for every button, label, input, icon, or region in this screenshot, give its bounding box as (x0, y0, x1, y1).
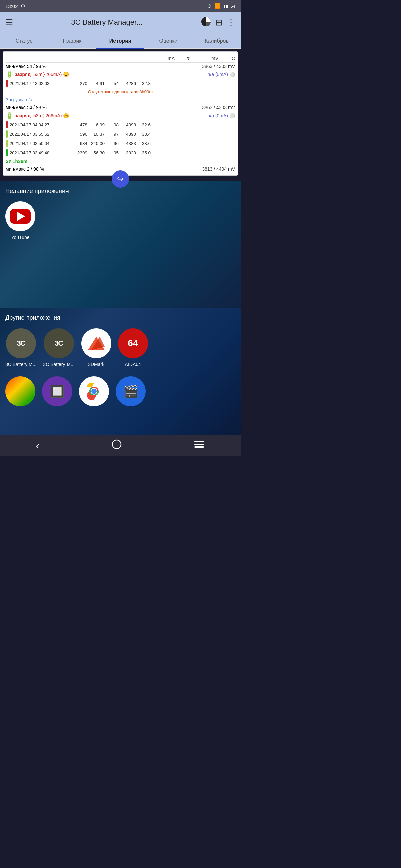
other-apps-section: Другие приложения 3C 3C Battery M... 3C … (0, 308, 240, 435)
ma-3: 596 (69, 131, 87, 136)
app-item-camera[interactable]: 🎬 (116, 376, 146, 410)
minmax-mv-1: 3863 / 4303 mV (202, 64, 235, 69)
tab-ratings[interactable]: Оценки (144, 34, 193, 48)
chip-icon: 🔲 (42, 376, 72, 406)
ma-2: 478 (69, 122, 87, 127)
header-mv: mV (192, 56, 218, 61)
soc-2: 98 (105, 122, 119, 127)
date-5: 2021/04/17 03:49:48 (10, 150, 68, 155)
minmax-label-1: мин/макс 54 / 98 % (6, 64, 47, 69)
minmax-row-2: мин/макс 54 / 98 % 3863 / 4303 mV (6, 104, 235, 111)
minmax-row-1: мин/макс 54 / 98 % 3863 / 4303 mV (6, 63, 235, 70)
circle-icon-1: ⚪ (229, 72, 235, 77)
tab-graph[interactable]: График (48, 34, 96, 48)
youtube-bg (10, 209, 31, 224)
grid-icon[interactable]: ⊞ (215, 18, 223, 28)
header-pct: % (175, 56, 192, 61)
other-apps-grid-2: 🔲 🎬 (5, 376, 235, 410)
app-title: 3C Battery Manager... (17, 18, 197, 27)
recent-apps-title: Недавние приложения (5, 188, 235, 195)
app-item-aida64[interactable]: 64 AIDA64 (118, 328, 148, 367)
svg-point-4 (112, 440, 121, 449)
other-apps-title: Другие приложения (5, 314, 235, 321)
data-row-2: 2021/04/17 04:04:27 478 6.99 98 4398 32.… (6, 120, 235, 129)
svg-rect-5 (195, 441, 204, 442)
app-item-youtube[interactable]: YouTube (5, 201, 35, 240)
back-button[interactable]: ‹ (28, 437, 48, 454)
date-1: 2021/04/17 13:02:03 (10, 81, 68, 86)
pct-2: 6.99 (88, 122, 105, 127)
exit-button[interactable]: ↪ (112, 170, 129, 188)
ma-4: 634 (69, 141, 87, 146)
home-button[interactable] (103, 436, 130, 455)
pct-1: -4.91 (88, 81, 105, 86)
battery-table: mA % mV °C мин/макс 54 / 98 % 3863 / 430… (3, 52, 238, 176)
date-2: 2021/04/17 04:04:27 (10, 122, 68, 127)
status-right: ⊘ 📶 ▮▮ 54 (207, 3, 235, 9)
tabs-bar: Статус График История Оценки Калибров (0, 33, 240, 49)
ma-5: 2399 (69, 150, 87, 155)
chrome-icon (79, 376, 109, 406)
app-item-chrome[interactable] (79, 376, 109, 410)
bar-3 (6, 130, 8, 137)
bar-4 (6, 140, 8, 147)
bar-2 (6, 121, 8, 128)
app-item-3c1[interactable]: 3C 3C Battery M... (5, 328, 36, 367)
app-item-3dmark[interactable]: 3DMark (81, 328, 111, 367)
discharge-label-1: разряд (15, 72, 31, 77)
temp-4: 33.6 (137, 141, 151, 146)
app-item-3c2[interactable]: 3C 3C Battery M... (43, 328, 74, 367)
minmax-mv-3: 3813 / 4404 mV (202, 166, 235, 172)
emoji-icon-1: 😊 (63, 72, 69, 77)
app-bar: ☰ 3C Battery Manager... ⊞ ⋮ (0, 12, 240, 33)
discharge-right-1: n/a (0mA) (207, 72, 228, 77)
signal-icon: ▮▮ (223, 4, 228, 9)
minmax-label-2: мин/макс 54 / 98 % (6, 105, 47, 110)
svg-point-3 (91, 389, 96, 394)
discharge-row-1: 🔋 разряд 53m(-266mA) 😊 n/a (0mA) ⚪ (6, 70, 235, 79)
battery-icon-2: 🔋 (6, 112, 13, 119)
tab-history[interactable]: История (96, 34, 144, 48)
table-header: mA % mV °C (6, 54, 235, 63)
more-options-icon[interactable]: ⋮ (227, 18, 235, 28)
other-apps-grid-1: 3C 3C Battery M... 3C 3C Battery M... 3D… (5, 328, 235, 367)
pct-3: 10.37 (88, 131, 105, 136)
date-4: 2021/04/17 03:50:04 (10, 141, 68, 146)
header-temp: °C (218, 56, 235, 61)
youtube-icon (5, 201, 35, 231)
exit-icon: ↪ (117, 174, 124, 184)
soc-1: 54 (105, 81, 119, 86)
status-left: 13:02 ⚙ (5, 3, 25, 9)
warning-text: Отсутствуют данные для 8h00m (6, 88, 235, 96)
3c-battery-icon-1: 3C (6, 328, 36, 358)
recents-button[interactable] (186, 437, 212, 454)
pct-5: 56.30 (88, 150, 105, 155)
app-item-beer[interactable] (5, 376, 35, 410)
header-ma: mA (148, 56, 175, 61)
pie-chart-icon[interactable] (200, 17, 211, 28)
camera-icon: 🎬 (116, 376, 146, 406)
time-display: 13:02 (5, 3, 18, 9)
nav-bar: ‹ (0, 435, 240, 456)
battery-discharge-icon: 🔋 (6, 71, 13, 78)
minmax-label-3: мин/макс 2 / 98 % (6, 166, 44, 172)
tab-status[interactable]: Статус (0, 34, 48, 48)
app-item-chip[interactable]: 🔲 (42, 376, 72, 410)
battery-display: 54 (231, 4, 235, 9)
temp-1: 32.3 (137, 81, 151, 86)
svg-rect-6 (195, 444, 204, 445)
mv-5: 3820 (119, 150, 136, 155)
tab-calibration[interactable]: Калибров (193, 34, 240, 48)
beer-icon (5, 376, 35, 406)
discharge-time-1: 53m(-266mA) (33, 72, 62, 77)
hamburger-menu-icon[interactable]: ☰ (5, 18, 13, 28)
charging-row: ЗУ 1h36m (6, 157, 235, 165)
emoji-icon-2: 😊 (63, 113, 69, 118)
mv-1: 4286 (119, 81, 136, 86)
discharge-label-2: разряд (15, 113, 31, 118)
youtube-play-triangle (17, 212, 25, 221)
pct-4: 240.00 (88, 141, 105, 146)
loading-link[interactable]: Загрузка n/a (6, 96, 235, 104)
bar-5 (6, 149, 8, 156)
recent-apps-section: Недавние приложения YouTube (0, 181, 240, 308)
